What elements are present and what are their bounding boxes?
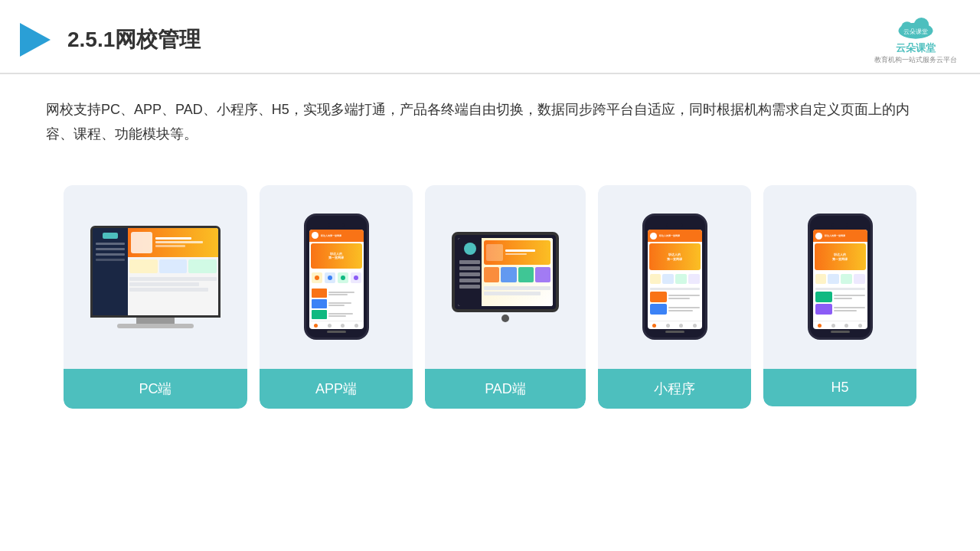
tablet-screen — [458, 238, 553, 306]
page-title: 2.5.1网校管理 — [67, 25, 201, 54]
svg-text:云朵课堂: 云朵课堂 — [903, 28, 928, 35]
app-image-area: 职达人的第一堂网课 职达人的第一堂网课 — [267, 201, 405, 354]
tablet-device — [452, 232, 559, 322]
card-h5: 职达人的第一堂网课 职达人的第一堂网课 — [763, 185, 916, 406]
card-pc-label: PC端 — [64, 369, 247, 409]
play-icon — [15, 20, 55, 60]
description-text: 网校支持PC、APP、PAD、小程序、H5，实现多端打通，产品各终端自由切换，数… — [0, 74, 980, 155]
card-pc: PC端 — [64, 185, 247, 409]
mini-image-area: 职达人的第一堂网课 职达人的第一堂网课 — [606, 201, 743, 354]
card-app-label: APP端 — [260, 369, 413, 409]
app-phone: 职达人的第一堂网课 职达人的第一堂网课 — [304, 214, 369, 340]
card-mini-label: 小程序 — [598, 369, 751, 409]
pc-image-area — [71, 201, 240, 354]
pad-image-area — [433, 201, 578, 354]
card-pad-label: PAD端 — [425, 369, 586, 409]
header: 2.5.1网校管理 云朵课堂 云朵课堂 教育机构一站式服务云平台 — [0, 0, 980, 74]
card-h5-label: H5 — [763, 369, 916, 406]
card-pad: PAD端 — [425, 185, 586, 409]
logo-area: 云朵课堂 云朵课堂 教育机构一站式服务云平台 — [874, 14, 957, 65]
card-mini: 职达人的第一堂网课 职达人的第一堂网课 — [598, 185, 751, 409]
tablet-frame — [452, 232, 559, 312]
mini-phone: 职达人的第一堂网课 职达人的第一堂网课 — [642, 214, 707, 340]
pc-monitor — [90, 226, 220, 318]
cards-container: PC端 职达人的第一堂网课 职达人的第一堂网课 — [0, 162, 980, 432]
pc-device — [90, 226, 220, 328]
header-left: 2.5.1网校管理 — [15, 20, 201, 60]
cloud-logo-icon: 云朵课堂 — [893, 14, 939, 41]
logo-main-text: 云朵课堂 — [896, 41, 936, 55]
h5-image-area: 职达人的第一堂网课 职达人的第一堂网课 — [771, 201, 909, 354]
h5-phone: 职达人的第一堂网课 职达人的第一堂网课 — [808, 214, 873, 340]
pc-stand — [136, 318, 175, 324]
logo-tagline: 教育机构一站式服务云平台 — [874, 55, 957, 65]
pc-base — [117, 324, 194, 328]
svg-marker-0 — [20, 23, 51, 57]
card-app: 职达人的第一堂网课 职达人的第一堂网课 — [260, 185, 413, 409]
